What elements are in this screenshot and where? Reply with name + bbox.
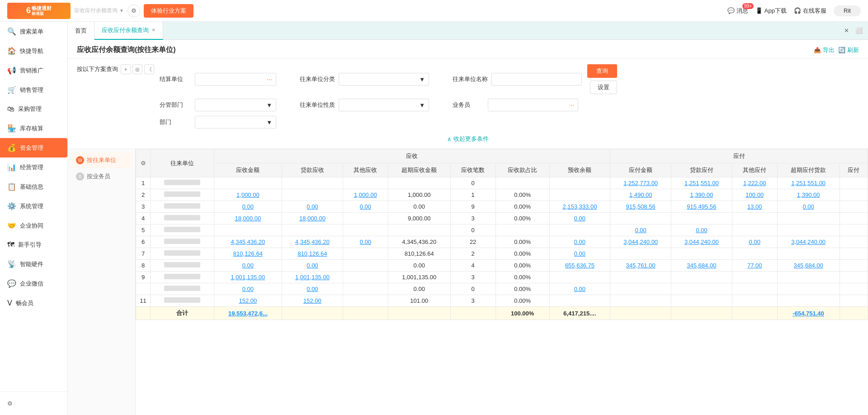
sidebar-item-inventory[interactable]: 🏪 库存核算: [0, 119, 67, 138]
row-prepay-cell[interactable]: 0.00: [549, 248, 610, 260]
row-loan-ar-cell[interactable]: 152.00: [282, 295, 343, 307]
row-loan-ap-cell[interactable]: 1,251,551.00: [671, 177, 732, 189]
setting-button[interactable]: 设置: [590, 81, 617, 94]
add-scheme-button[interactable]: +: [121, 64, 131, 74]
row-other-ar-cell[interactable]: 0.00: [343, 236, 388, 248]
row-loan-ar-cell[interactable]: 4,345,436.20: [282, 236, 343, 248]
user-avatar[interactable]: Rit: [834, 5, 861, 16]
row-loan-ap-cell[interactable]: 0.00: [671, 224, 732, 236]
row-ap-amount-cell[interactable]: 915,508.56: [610, 201, 671, 213]
row-prepay-cell[interactable]: 2,153,333.00: [549, 201, 610, 213]
sidebar-item-quick-nav[interactable]: 🏠 快捷导航: [0, 41, 67, 61]
summary-ar-amount-cell[interactable]: 19,553,472,6...: [214, 307, 282, 320]
sidebar-item-marketing[interactable]: 📢 营销推广: [0, 61, 67, 80]
tab-maximize-button[interactable]: ⬜: [854, 25, 864, 36]
row-loan-ap-cell[interactable]: 915,495.56: [671, 201, 732, 213]
sub-dept-input[interactable]: ▼: [195, 116, 276, 129]
tab-close-icon[interactable]: ✕: [151, 27, 156, 33]
row-loan-ar-cell[interactable]: 0.00: [282, 201, 343, 213]
table-settings-icon[interactable]: ⚙: [141, 160, 146, 167]
settings-gear-button[interactable]: ⚙: [127, 5, 140, 17]
row-overdue-ap-cell[interactable]: 0.00: [777, 201, 840, 213]
row-overdue-ap-cell[interactable]: 345,684.00: [777, 260, 840, 272]
refresh-button[interactable]: 🔄 刷新: [838, 46, 859, 54]
row-ap-amount-cell[interactable]: 0.00: [610, 224, 671, 236]
row-prepay-cell[interactable]: 0.00: [549, 283, 610, 295]
row-other-ar-cell[interactable]: 1,000.00: [343, 189, 388, 201]
table-settings-header[interactable]: ⚙: [136, 149, 151, 177]
row-prepay-cell[interactable]: 0.00: [549, 236, 610, 248]
breadcrumb-dropdown-icon[interactable]: ▼: [119, 8, 124, 13]
back-scheme-button[interactable]: 《: [144, 64, 154, 74]
row-loan-ar-cell[interactable]: 18,000.00: [282, 213, 343, 224]
row-ar-amount-cell: [214, 224, 282, 236]
row-ar-amount-cell[interactable]: 152.00: [214, 295, 282, 307]
summary-overdue-ap-cell[interactable]: -654,751.40: [777, 307, 840, 320]
dept-input[interactable]: ▼: [195, 99, 276, 111]
row-prepay-cell[interactable]: 0.00: [549, 213, 610, 224]
sidebar-item-smart-hw[interactable]: 📡 智能硬件: [0, 254, 67, 274]
row-loan-ap-cell[interactable]: 3,044,240.00: [671, 236, 732, 248]
row-ar-amount-cell[interactable]: 810,126.64: [214, 248, 282, 260]
row-ap-amount-cell[interactable]: 345,761.00: [610, 260, 671, 272]
row-ap-amount-cell[interactable]: 1,252,773.00: [610, 177, 671, 189]
row-ar-amount-cell[interactable]: 1,000.00: [214, 189, 282, 201]
row-overdue-ap-cell[interactable]: 1,251,551.00: [777, 177, 840, 189]
row-ap-amount-cell[interactable]: 1,490.00: [610, 189, 671, 201]
row-other-ap-cell[interactable]: 1,222.00: [732, 177, 777, 189]
sidebar-item-basic-info[interactable]: 📋 基础信息: [0, 177, 67, 196]
sidebar-item-finance[interactable]: 💰 资金管理: [0, 138, 67, 157]
salesperson-input[interactable]: ···: [488, 99, 578, 111]
panel-item-by-unit[interactable]: W 按往来单位: [71, 153, 132, 168]
row-ar-amount-cell[interactable]: 0.00: [214, 260, 282, 272]
tab-home[interactable]: 首页: [68, 22, 94, 40]
tab-ar-query[interactable]: 应收应付余额查询 ✕: [94, 22, 163, 40]
sidebar-item-sales[interactable]: 🛒 销售管理: [0, 80, 67, 100]
collapse-button[interactable]: ∧ 收起更多条件: [77, 135, 859, 143]
query-button[interactable]: 查询: [587, 64, 617, 78]
sidebar-item-enterprise[interactable]: 🤝 企业协同: [0, 216, 67, 235]
unit-nature-input[interactable]: ▼: [339, 99, 429, 111]
row-loan-ar-cell[interactable]: 810,126.64: [282, 248, 343, 260]
sidebar-item-member[interactable]: Ⅴ 畅会员: [0, 293, 67, 313]
row-ar-amount-cell[interactable]: 4,345,436.20: [214, 236, 282, 248]
message-button[interactable]: 💬 消息 99+: [727, 7, 748, 15]
unit-category-input[interactable]: ▼: [339, 73, 429, 86]
row-overdue-ap-cell[interactable]: 3,044,240.00: [777, 236, 840, 248]
row-other-ap-cell[interactable]: 0.00: [732, 236, 777, 248]
sidebar-item-system[interactable]: ⚙️ 系统管理: [0, 196, 67, 216]
sidebar-item-purchase[interactable]: 🛍 采购管理: [0, 100, 67, 119]
trial-button[interactable]: 体验行业方案: [144, 4, 193, 18]
sidebar-item-operations[interactable]: 📊 经营管理: [0, 157, 67, 177]
row-overdue-ap-cell[interactable]: 1,390.00: [777, 189, 840, 201]
row-ar-amount-cell[interactable]: 0.00: [214, 201, 282, 213]
row-loan-ar-cell[interactable]: 0.00: [282, 283, 343, 295]
panel-item-by-salesperson[interactable]: B 按业务员: [71, 169, 132, 184]
row-other-ar-cell[interactable]: 0.00: [343, 201, 388, 213]
sidebar-bottom-settings[interactable]: ⚙: [0, 396, 67, 411]
row-other-ap-cell[interactable]: 77.00: [732, 260, 777, 272]
row-ar-amount-cell[interactable]: 1,001,135.00: [214, 272, 282, 283]
row-ar-amount-cell[interactable]: 18,000.00: [214, 213, 282, 224]
sidebar-item-wechat[interactable]: 💬 企业微信: [0, 274, 67, 293]
target-scheme-button[interactable]: ◎: [132, 64, 142, 74]
row-loan-ap-cell[interactable]: 1,390.00: [671, 189, 732, 201]
row-other-ap-cell[interactable]: 13.00: [732, 201, 777, 213]
row-unit-name-cell: [151, 236, 214, 248]
settlement-unit-input[interactable]: ···: [195, 73, 276, 86]
export-button[interactable]: 📤 导出: [814, 46, 835, 54]
row-other-ap-cell[interactable]: 100.00: [732, 189, 777, 201]
online-support-button[interactable]: 🎧 在线客服: [794, 7, 826, 15]
summary-ar-ratio-cell: 100.00%: [495, 307, 549, 320]
row-loan-ap-cell[interactable]: 345,684.00: [671, 260, 732, 272]
tab-close-button[interactable]: ✕: [841, 25, 852, 36]
app-download-button[interactable]: 📱 App下载: [755, 7, 787, 15]
sidebar-item-search[interactable]: 🔍 搜索菜单: [0, 22, 67, 41]
row-loan-ar-cell[interactable]: 1,001,135.00: [282, 272, 343, 283]
row-ar-amount-cell[interactable]: 0.00: [214, 283, 282, 295]
sidebar-item-guide[interactable]: 🗺 新手引导: [0, 235, 67, 254]
unit-name-input[interactable]: [491, 73, 582, 86]
row-ap-amount-cell[interactable]: 3,044,240.00: [610, 236, 671, 248]
row-loan-ar-cell[interactable]: 0.00: [282, 260, 343, 272]
row-prepay-cell[interactable]: 655,636.75: [549, 260, 610, 272]
